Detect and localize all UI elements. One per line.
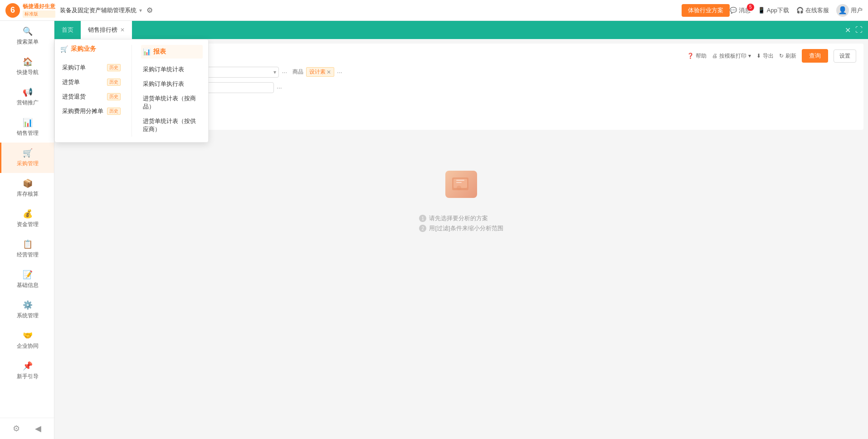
sidebar-item-label: 快捷导航 [17, 69, 39, 76]
purchase-order-stats-item[interactable]: 采购订单统计表 [141, 62, 203, 77]
print-arrow-icon: ▾ [748, 53, 751, 59]
goods-stats-by-supplier-item[interactable]: 进货单统计表（按供应商） [141, 114, 203, 137]
doc-status-more-icon[interactable]: ··· [282, 69, 287, 76]
sidebar-item-purchase[interactable]: 🛒 采购管理 [0, 143, 54, 173]
tab-home[interactable]: 首页 [54, 21, 81, 39]
help-btn[interactable]: ❓ 帮助 [687, 52, 707, 60]
sidebar-item-label: 营销推广 [17, 99, 39, 107]
close-window-icon[interactable]: ✕ [845, 26, 851, 35]
sidebar-item-capital[interactable]: 💰 资金管理 [0, 203, 54, 234]
system-name: 装备及固定资产辅助管理系统 [60, 6, 137, 15]
query-btn[interactable]: 查询 [802, 49, 828, 63]
sidebar-item-label: 经营管理 [17, 251, 39, 259]
sidebar-item-label: 新手引导 [17, 373, 39, 380]
purchase-order-exec-item[interactable]: 采购订单执行表 [141, 77, 203, 91]
purchase-order-item[interactable]: 采购订单 历史 [60, 60, 122, 75]
print-btn[interactable]: 🖨 按模板打印 ▾ [712, 52, 751, 60]
goods-tag: 设计素 ✕ [306, 67, 334, 77]
sales-icon: 📊 [23, 118, 33, 128]
system-selector[interactable]: 装备及固定资产辅助管理系统 ▾ ⚙ [60, 6, 682, 15]
purchase-expense-item[interactable]: 采购费用分摊单 历史 [60, 104, 122, 118]
svg-rect-4 [456, 182, 462, 183]
sidebar-item-quick-nav[interactable]: 🏠 快捷导航 [0, 51, 54, 82]
refresh-icon: ↻ [779, 53, 784, 59]
tabbar-actions: ✕ ⛶ [845, 26, 868, 35]
sidebar-item-search[interactable]: 🔍 搜索菜单 [0, 21, 54, 51]
sidebar-item-guide[interactable]: 📌 新手引导 [0, 355, 54, 386]
message-icon: 💬 [730, 7, 737, 14]
logo-text: 畅捷通好生意 标准版 [23, 3, 55, 18]
system-gear-icon[interactable]: ⚙ [146, 6, 153, 15]
goods-stats-by-product-item[interactable]: 进货单统计表（按商品） [141, 91, 203, 114]
doc-status-arrow-icon: ▾ [273, 69, 276, 75]
inventory-icon: 📦 [23, 178, 33, 188]
service-btn[interactable]: 🎧 在线客服 [796, 6, 829, 15]
logo-area: 6 畅捷通好生意 标准版 [5, 3, 60, 18]
step1-num: 1 [419, 215, 426, 222]
sidebar-item-system[interactable]: ⚙️ 系统管理 [0, 295, 54, 325]
operations-icon: 📋 [23, 239, 33, 249]
empty-icon-container [439, 171, 484, 207]
avatar: 👤 [836, 4, 849, 17]
sidebar-item-label: 资金管理 [17, 221, 39, 228]
collapse-icon[interactable]: ◀ [35, 424, 41, 434]
report-icon: 📊 [143, 48, 151, 55]
logo-icon: 6 [5, 3, 20, 18]
enterprise-icon: 🤝 [23, 330, 33, 340]
svg-point-2 [457, 186, 461, 190]
purchase-dropdown-menu: 🛒 采购业务 采购订单 历史 进货单 历史 进货退货 历史 采购费用分摊单 历史… [54, 39, 209, 143]
sidebar-item-sales[interactable]: 📊 销售管理 [0, 112, 54, 143]
app-download-btn[interactable]: 📱 App下载 [758, 6, 789, 15]
sidebar-item-label: 搜索菜单 [17, 38, 39, 46]
guide-icon: 📌 [23, 361, 33, 371]
print-icon: 🖨 [712, 53, 717, 59]
settings-icon[interactable]: ⚙ [13, 424, 20, 434]
empty-illustration [450, 175, 473, 193]
sidebar-item-label: 采购管理 [17, 160, 39, 168]
sidebar-item-marketing[interactable]: 📢 营销推广 [0, 82, 54, 112]
settings-btn[interactable]: 设置 [834, 49, 856, 63]
message-btn[interactable]: 💬 消息 5 [730, 6, 751, 15]
sidebar-item-inventory[interactable]: 📦 库存核算 [0, 173, 54, 203]
basic-info-icon: 📝 [23, 270, 33, 280]
goods-more-icon[interactable]: ··· [337, 69, 342, 76]
step2-num: 2 [419, 225, 426, 232]
system-icon: ⚙️ [23, 300, 33, 310]
sidebar-item-label: 销售管理 [17, 129, 39, 137]
sidebar: 🔍 搜索菜单 🏠 快捷导航 📢 营销推广 📊 销售管理 🛒 采购管理 📦 库存核… [0, 21, 54, 439]
purchase-business-icon: 🛒 [60, 45, 68, 53]
goods-receipt-item[interactable]: 进货单 历史 [60, 75, 122, 89]
sidebar-item-label: 企业协同 [17, 342, 39, 350]
search-icon: 🔍 [23, 26, 33, 36]
user-btn[interactable]: 👤 用户 [836, 4, 863, 17]
goods-return-item[interactable]: 进货退货 历史 [60, 89, 122, 104]
tab-sales-ranking-label: 销售排行榜 [88, 26, 117, 34]
export-btn[interactable]: ⬇ 导出 [756, 52, 774, 60]
salesperson-more-icon[interactable]: ··· [277, 84, 282, 91]
sidebar-item-operations[interactable]: 📋 经营管理 [0, 234, 54, 264]
phone-icon: 📱 [758, 7, 765, 14]
purchase-report-title: 📊 报表 [141, 45, 203, 59]
refresh-btn[interactable]: ↻ 刷新 [779, 52, 796, 60]
home-icon: 🏠 [23, 57, 33, 67]
system-arrow-icon[interactable]: ▾ [139, 7, 142, 14]
tab-close-icon[interactable]: ✕ [120, 27, 125, 33]
purchase-report-section: 📊 报表 采购订单统计表 采购订单执行表 进货单统计表（按商品） 进货单统计表（… [141, 45, 203, 137]
sidebar-item-basic-info[interactable]: 📝 基础信息 [0, 264, 54, 295]
sidebar-item-label: 库存核算 [17, 190, 39, 198]
svg-rect-3 [456, 180, 464, 181]
capital-icon: 💰 [23, 209, 33, 219]
tab-sales-ranking[interactable]: 销售排行榜 ✕ [81, 21, 132, 39]
goods-tag-close-icon[interactable]: ✕ [327, 69, 331, 75]
menu-divider [132, 45, 132, 137]
industry-btn[interactable]: 体验行业方案 [682, 4, 730, 17]
tab-home-label: 首页 [62, 26, 73, 34]
expand-icon[interactable]: ⛶ [855, 26, 863, 34]
empty-state: 1 请先选择要分析的方案 2 用[过滤]条件来缩小分析范围 [59, 134, 863, 271]
sidebar-item-enterprise[interactable]: 🤝 企业协同 [0, 325, 54, 355]
empty-text: 1 请先选择要分析的方案 2 用[过滤]条件来缩小分析范围 [419, 214, 503, 234]
purchase-business-title: 🛒 采购业务 [60, 45, 122, 56]
sidebar-bottom: ⚙ ◀ [0, 418, 54, 439]
salesperson-input[interactable] [201, 82, 274, 93]
empty-box-icon [445, 171, 477, 198]
